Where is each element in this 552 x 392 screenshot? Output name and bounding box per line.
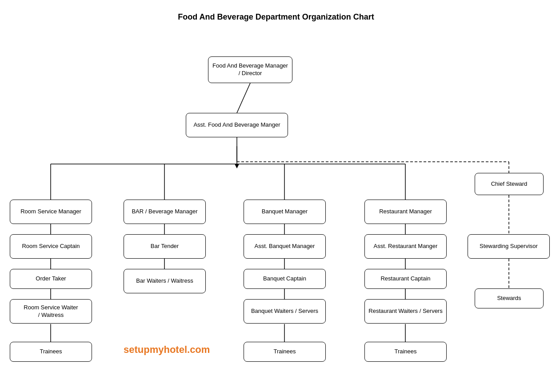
node-rest-capt: Restaurant Captain [364, 269, 447, 289]
watermark: setupmyhotel.com [124, 344, 210, 356]
node-chief-steward: Chief Steward [475, 173, 544, 195]
node-rest-waiters: Restaurant Waiters / Servers [364, 299, 447, 324]
node-order-taker: Order Taker [10, 269, 92, 289]
svg-marker-44 [235, 164, 239, 168]
node-fb-director: Food And Beverage Manager/ Director [208, 56, 292, 83]
node-bar-mgr: BAR / Beverage Manager [124, 200, 206, 224]
node-trainees-1: Trainees [10, 342, 92, 362]
svg-line-0 [237, 83, 250, 113]
node-restaurant-mgr: Restaurant Manager [364, 200, 447, 224]
node-trainees-4: Trainees [364, 342, 447, 362]
node-asst-banquet-mgr: Asst. Banquet Manager [244, 234, 326, 259]
node-banquet-mgr: Banquet Manager [244, 200, 326, 224]
node-stewards: Stewards [475, 288, 544, 308]
node-room-svc-mgr: Room Service Manager [10, 200, 92, 224]
node-room-svc-capt: Room Service Captain [10, 234, 92, 259]
node-trainees-3: Trainees [244, 342, 326, 362]
org-chart: Food And Beverage Manager/ Director Asst… [0, 26, 552, 392]
node-bar-tender: Bar Tender [124, 234, 206, 259]
node-room-svc-waiter: Room Service Waiter/ Waitress [10, 299, 92, 324]
node-asst-rest-mgr: Asst. Restaurant Manger [364, 234, 447, 259]
chart-title: Food And Beverage Department Organizatio… [0, 0, 552, 26]
node-banquet-waiters: Banquet Waiters / Servers [244, 299, 326, 324]
node-bar-waiters: Bar Waiters / Waitress [124, 269, 206, 293]
node-banquet-capt: Banquet Captain [244, 269, 326, 289]
node-stewarding-super: Stewarding Supervisor [468, 234, 550, 259]
node-asst-fb: Asst. Food And Beverage Manger [186, 113, 288, 137]
